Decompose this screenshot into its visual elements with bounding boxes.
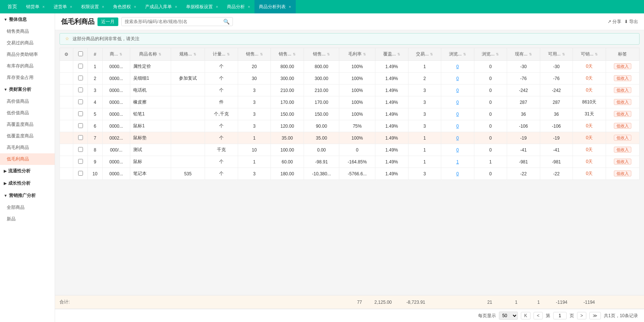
nav-template-settings[interactable]: 单据模板设置 × xyxy=(182,0,222,13)
checkbox-cell[interactable] xyxy=(73,73,88,85)
checkbox-cell[interactable] xyxy=(73,85,88,96)
settings-column-header[interactable]: ⚙ xyxy=(60,48,73,61)
close-icon[interactable]: × xyxy=(134,4,136,9)
sidebar-group-marketing[interactable]: ▼ 营销推广分析 xyxy=(0,189,55,202)
nav-home[interactable]: 首页 xyxy=(3,0,22,13)
checkbox-cell[interactable] xyxy=(73,144,88,156)
row-checkbox[interactable] xyxy=(78,111,83,116)
first-page-button[interactable]: K xyxy=(521,312,531,319)
checkbox-cell[interactable] xyxy=(73,96,88,108)
gross-rate-column-header[interactable]: 毛利率⇅ xyxy=(339,48,375,61)
sidebar-group-liquidity[interactable]: ▶ 流通性分析 xyxy=(0,165,55,177)
page-size-select[interactable]: 50 100 200 xyxy=(499,312,518,320)
view1-cell[interactable]: 0 xyxy=(441,144,474,156)
select-all-checkbox[interactable] xyxy=(78,51,83,56)
sidebar-item-stock-capital[interactable]: 库存资金占用 xyxy=(0,72,55,83)
sidebar-item-high-coverage[interactable]: 高覆盖度商品 xyxy=(0,119,55,130)
nav-product-warehousing[interactable]: 产成品入库单 × xyxy=(141,0,182,13)
table-container[interactable]: ⚙ # 商...⇅ 商品名称⇅ 规格...⇅ 计量...⇅ 销售...⇅ 销售.… xyxy=(55,48,644,295)
view1-cell[interactable]: 0 xyxy=(441,96,474,108)
row-checkbox[interactable] xyxy=(78,171,83,176)
settings-cell[interactable] xyxy=(60,144,73,156)
view1-cell[interactable]: 0 xyxy=(441,168,474,180)
code-column-header[interactable]: 商...⇅ xyxy=(102,48,130,61)
row-checkbox[interactable] xyxy=(78,147,83,152)
sales-profit-column-header[interactable]: 销售...⇅ xyxy=(304,48,339,61)
checkbox-column-header[interactable] xyxy=(73,48,88,61)
settings-cell[interactable] xyxy=(60,108,73,120)
row-checkbox[interactable] xyxy=(78,76,83,80)
sales-price-column-header[interactable]: 销售...⇅ xyxy=(271,48,304,61)
close-icon[interactable]: × xyxy=(289,4,291,9)
sidebar-item-high-value[interactable]: 高价值商品 xyxy=(0,96,55,107)
nav-product-analysis[interactable]: 商品分析 × xyxy=(222,0,254,13)
settings-cell[interactable] xyxy=(60,73,73,85)
sidebar-group-overall[interactable]: ▼ 整体信息 xyxy=(0,13,55,26)
nav-product-analysis-list[interactable]: 商品分析列表 × xyxy=(254,0,295,13)
settings-cell[interactable] xyxy=(60,85,73,96)
search-input[interactable] xyxy=(125,19,223,24)
close-icon[interactable]: × xyxy=(248,4,250,9)
checkbox-cell[interactable] xyxy=(73,120,88,132)
sidebar-group-wealth-analysis[interactable]: ▼ 类财富分析 xyxy=(0,83,55,96)
view2-column-header[interactable]: 浏览...⇅ xyxy=(474,48,507,61)
stock-now-column-header[interactable]: 现有...⇅ xyxy=(507,48,540,61)
checkbox-cell[interactable] xyxy=(73,156,88,168)
sidebar-item-new-products[interactable]: 新品 xyxy=(0,213,55,225)
view1-column-header[interactable]: 浏览...⇅ xyxy=(441,48,474,61)
sidebar-group-growth[interactable]: ▶ 成长性分析 xyxy=(0,177,55,189)
sidebar-item-low-coverage[interactable]: 低覆盖度商品 xyxy=(0,130,55,142)
row-checkbox[interactable] xyxy=(78,159,83,164)
close-icon[interactable]: × xyxy=(70,4,72,9)
sidebar-item-all-products[interactable]: 全部商品 xyxy=(0,202,55,213)
row-checkbox[interactable] xyxy=(78,123,83,128)
view1-cell[interactable]: 0 xyxy=(441,120,474,132)
checkbox-cell[interactable] xyxy=(73,132,88,144)
sidebar-item-low-value[interactable]: 低价值商品 xyxy=(0,107,55,119)
settings-cell[interactable] xyxy=(60,156,73,168)
page-number-input[interactable] xyxy=(553,312,567,319)
view1-cell[interactable]: 1 xyxy=(441,156,474,168)
sidebar-item-traded-products[interactable]: 交易过的商品 xyxy=(0,37,55,49)
search-icon[interactable]: 🔍 xyxy=(223,19,230,25)
filter-period-button[interactable]: 近一月 xyxy=(97,17,118,26)
next-page-button[interactable]: > xyxy=(577,312,586,319)
settings-cell[interactable] xyxy=(60,61,73,73)
settings-cell[interactable] xyxy=(60,132,73,144)
sidebar-item-in-stock-products[interactable]: 有库存的商品 xyxy=(0,60,55,72)
close-icon[interactable]: × xyxy=(42,4,45,9)
name-column-header[interactable]: 商品名称⇅ xyxy=(130,48,171,61)
export-button[interactable]: ⬇ 导出 xyxy=(624,19,638,25)
stock-sale-column-header[interactable]: 可销...⇅ xyxy=(573,48,606,61)
sidebar-item-high-profit[interactable]: 高毛利商品 xyxy=(0,142,55,153)
row-checkbox[interactable] xyxy=(78,99,83,104)
cover-rate-column-header[interactable]: 覆盖...⇅ xyxy=(375,48,408,61)
share-button[interactable]: ↗ 分享 xyxy=(608,19,621,25)
checkbox-cell[interactable] xyxy=(73,168,88,180)
close-icon[interactable]: × xyxy=(102,4,104,9)
sales-qty-column-header[interactable]: 销售...⇅ xyxy=(238,48,271,61)
row-checkbox[interactable] xyxy=(78,64,83,68)
nav-role-auth[interactable]: 角色授权 × xyxy=(109,0,141,13)
unit-column-header[interactable]: 计量...⇅ xyxy=(205,48,238,61)
settings-cell[interactable] xyxy=(60,96,73,108)
nav-sales-order[interactable]: 销货单 × xyxy=(22,0,49,13)
nav-permissions[interactable]: 权限设置 × xyxy=(77,0,109,13)
sidebar-item-category-sales-rate[interactable]: 商品分类助销率 xyxy=(0,49,55,60)
checkbox-cell[interactable] xyxy=(73,108,88,120)
view1-cell[interactable]: 0 xyxy=(441,61,474,73)
sidebar-item-low-profit[interactable]: 低毛利商品 xyxy=(0,153,55,165)
row-checkbox[interactable] xyxy=(78,87,83,92)
view1-cell[interactable]: 0 xyxy=(441,85,474,96)
settings-cell[interactable] xyxy=(60,168,73,180)
spec-column-header[interactable]: 规格...⇅ xyxy=(171,48,205,61)
last-page-button[interactable]: ≫ xyxy=(589,312,601,319)
sidebar-item-sales-products[interactable]: 销售类商品 xyxy=(0,26,55,37)
view1-cell[interactable]: 0 xyxy=(441,108,474,120)
row-checkbox[interactable] xyxy=(78,135,83,140)
nav-purchase-order[interactable]: 进货单 × xyxy=(49,0,77,13)
trade-count-column-header[interactable]: 交易...⇅ xyxy=(408,48,441,61)
view1-cell[interactable]: 0 xyxy=(441,73,474,85)
close-icon[interactable]: × xyxy=(175,4,177,9)
checkbox-cell[interactable] xyxy=(73,61,88,73)
